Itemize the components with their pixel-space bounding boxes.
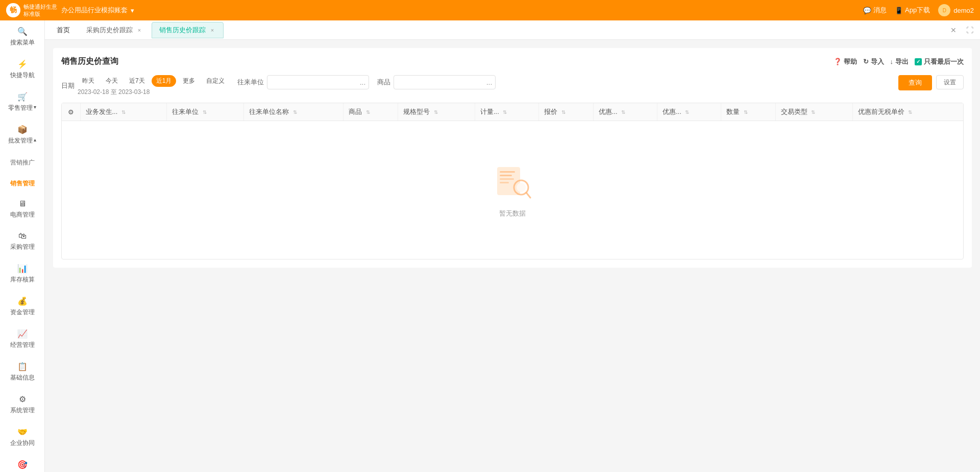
svg-line-7 — [526, 193, 530, 198]
pill-7days[interactable]: 近7天 — [125, 75, 150, 87]
top-bar: 畅 畅捷通好生意 标准版 办公用品行业模拟账套 ▾ 💬 消息 📱 App下载 D… — [0, 0, 980, 20]
th-price[interactable]: 报价 ⇅ — [539, 103, 594, 121]
help-btn[interactable]: ❓ 帮助 — [834, 57, 857, 66]
query-btn[interactable]: 查询 — [898, 75, 932, 90]
pill-yesterday[interactable]: 昨天 — [78, 75, 99, 87]
logo-area: 畅 畅捷通好生意 标准版 — [6, 3, 57, 18]
sidebar-item-system[interactable]: ⚙ 系统管理 — [0, 388, 44, 421]
sidebar-item-operations[interactable]: 📈 经营管理 — [0, 323, 44, 356]
system-icon: ⚙ — [0, 394, 44, 404]
sort-partner-icon: ⇅ — [203, 109, 207, 115]
user-area[interactable]: D demo2 — [938, 4, 974, 16]
sidebar-item-search[interactable]: 🔍 搜索菜单 — [0, 20, 44, 53]
page-title: 销售历史价查询 — [61, 56, 118, 67]
sidebar-item-purchase[interactable]: 🛍 采购管理 — [0, 225, 44, 257]
table-body: 暂无数据 — [62, 121, 963, 259]
import-btn[interactable]: ↻ 导入 — [863, 57, 884, 66]
sidebar-item-shortcut[interactable]: ⚡ 快捷导航 — [0, 53, 44, 86]
sort-price-icon: ⇅ — [561, 109, 566, 115]
settings-btn[interactable]: 设置 — [936, 75, 964, 89]
message-btn[interactable]: 💬 消息 — [863, 6, 887, 15]
purchase-history-close-btn[interactable]: × — [136, 27, 143, 34]
tab-home[interactable]: 首页 — [49, 22, 78, 38]
app-download-btn[interactable]: 📱 App下载 — [895, 6, 930, 15]
pill-1month[interactable]: 近1月 — [152, 75, 177, 87]
pill-more[interactable]: 更多 — [178, 75, 200, 87]
close-tab-btn[interactable]: ✕ — [947, 24, 960, 36]
th-unit[interactable]: 计量... ⇅ — [475, 103, 538, 121]
top-bar-right: 💬 消息 📱 App下载 D demo2 — [863, 4, 974, 16]
sort-product-icon: ⇅ — [366, 109, 370, 115]
sort-unit-icon: ⇅ — [503, 109, 507, 115]
product-input-group: ... — [394, 75, 496, 89]
th-product[interactable]: 商品 ⇅ — [344, 103, 398, 121]
page-title-actions: ❓ 帮助 ↻ 导入 ↓ 导出 ✓ 只看最后一次 — [834, 57, 964, 66]
btn-row: 查询 — [898, 75, 932, 90]
product-input[interactable] — [394, 79, 483, 86]
sidebar-item-marketing[interactable]: 营销推广 — [0, 151, 44, 172]
avatar: D — [938, 4, 950, 16]
th-discount2[interactable]: 优惠... ⇅ — [657, 103, 721, 121]
sidebar-item-guide[interactable]: 🎯 新手引导 — [0, 454, 44, 472]
only-last-checkbox[interactable]: ✓ — [915, 58, 922, 65]
sidebar-item-enterprise[interactable]: 🤝 企业协同 — [0, 421, 44, 454]
pill-custom[interactable]: 自定义 — [202, 75, 229, 87]
partner-dots[interactable]: ... — [357, 78, 369, 86]
sidebar-item-retail[interactable]: 🛒 零售管理 ▾ — [0, 86, 44, 119]
sidebar-item-inventory[interactable]: 📊 库存核算 — [0, 257, 44, 290]
th-trade-type[interactable]: 交易类型 ⇅ — [775, 103, 852, 121]
page-card: 销售历史价查询 ❓ 帮助 ↻ 导入 ↓ 导出 — [53, 48, 972, 268]
sales-history-close-btn[interactable]: × — [209, 27, 216, 34]
th-spec[interactable]: 规格型号 ⇅ — [398, 103, 475, 121]
th-partner[interactable]: 往来单位 ⇅ — [166, 103, 243, 121]
main: 首页 采购历史价跟踪 × 销售历史价跟踪 × ✕ ⛶ 销售历史价查询 — [45, 20, 980, 472]
th-quantity[interactable]: 数量 ⇅ — [721, 103, 776, 121]
date-pills: 昨天 今天 近7天 近1月 更多 自定义 — [78, 75, 229, 87]
purchase-history-tab-label: 采购历史价跟踪 — [86, 26, 133, 35]
svg-rect-2 — [500, 175, 512, 176]
sidebar-item-finance[interactable]: 💰 资金管理 — [0, 290, 44, 323]
sidebar-item-basic[interactable]: 📋 基础信息 — [0, 356, 44, 388]
export-icon: ↓ — [890, 58, 894, 65]
pill-today[interactable]: 今天 — [101, 75, 122, 87]
tab-purchase-history[interactable]: 采购历史价跟踪 × — [79, 22, 151, 38]
product-filter-group: 商品 ... — [377, 75, 496, 89]
shortcut-icon: ⚡ — [0, 59, 44, 69]
th-no-tax-price[interactable]: 优惠前无税单价 ⇅ — [852, 103, 963, 121]
app-title-area: 办公用品行业模拟账套 ▾ — [61, 6, 134, 15]
partner-input[interactable] — [267, 79, 356, 86]
message-icon: 💬 — [863, 7, 871, 14]
date-label: 日期 — [61, 81, 75, 90]
th-settings[interactable]: ⚙ — [62, 103, 80, 121]
sidebar-item-sales[interactable]: 销售管理 — [0, 172, 44, 193]
sidebar-item-wholesale[interactable]: 📦 批发管理 ▴ — [0, 119, 44, 151]
wholesale-arrow-icon: ▴ — [34, 137, 36, 143]
retail-arrow-icon: ▾ — [34, 104, 36, 110]
product-dots[interactable]: ... — [483, 78, 496, 86]
settings-icon[interactable]: ⚙ — [68, 108, 74, 116]
sort-discount1-icon: ⇅ — [621, 109, 625, 115]
empty-illustration — [489, 162, 535, 203]
only-last-label[interactable]: ✓ 只看最后一次 — [915, 57, 964, 66]
tab-bar: 首页 采购历史价跟踪 × 销售历史价跟踪 × ✕ ⛶ — [45, 20, 980, 40]
dropdown-icon[interactable]: ▾ — [131, 7, 134, 14]
maximize-btn[interactable]: ⛶ — [964, 24, 976, 36]
sidebar: 🔍 搜索菜单 ⚡ 快捷导航 🛒 零售管理 ▾ 📦 批发管理 ▴ 营销推广 — [0, 20, 45, 472]
product-label: 商品 — [377, 78, 390, 87]
sort-no-tax-price-icon: ⇅ — [908, 109, 912, 115]
tab-sales-history[interactable]: 销售历史价跟踪 × — [152, 22, 224, 38]
sort-spec-icon: ⇅ — [434, 109, 438, 115]
home-tab-label: 首页 — [57, 26, 70, 35]
sidebar-item-ecommerce[interactable]: 🖥 电商管理 — [0, 193, 44, 225]
export-btn[interactable]: ↓ 导出 — [890, 57, 909, 66]
partner-filter-group: 往来单位 ... — [237, 75, 369, 89]
th-partner-name[interactable]: 往来单位名称 ⇅ — [243, 103, 343, 121]
svg-rect-3 — [500, 178, 514, 180]
svg-rect-1 — [500, 171, 515, 173]
th-discount1[interactable]: 优惠... ⇅ — [593, 103, 657, 121]
inventory-icon: 📊 — [0, 264, 44, 273]
guide-icon: 🎯 — [0, 460, 44, 469]
logo-text: 畅捷通好生意 标准版 — [23, 3, 57, 18]
th-biz-date[interactable]: 业务发生... ⇅ — [80, 103, 166, 121]
table-header: ⚙ 业务发生... ⇅ 往来单位 ⇅ — [62, 103, 963, 121]
